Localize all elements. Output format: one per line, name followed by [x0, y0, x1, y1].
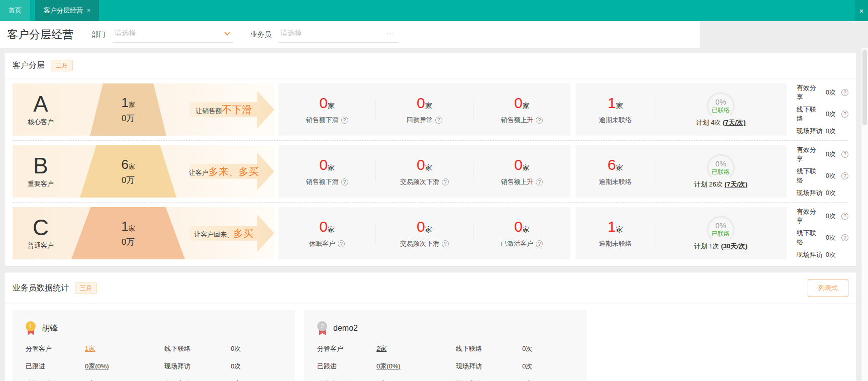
overdue-col: 6家 逾期未联络: [575, 156, 655, 186]
plan-rate[interactable]: (7天/次): [725, 180, 748, 188]
stat-value: 0: [319, 218, 328, 235]
slogan-accent: 不下滑: [222, 104, 252, 115]
dept-select[interactable]: 请选择: [113, 27, 233, 43]
stat-value-link[interactable]: 0家(0%): [376, 362, 456, 371]
salesman-name: 胡锋: [42, 323, 58, 334]
stat-label: 已跟进: [26, 362, 85, 371]
overdue-unit: 家: [616, 102, 623, 110]
help-icon[interactable]: ?: [536, 240, 543, 247]
tier-b-funnel-block: B 重要客户 6家 0万 让客户多来、多买: [13, 145, 274, 198]
plan-text: 计划 4次: [696, 119, 723, 126]
tab-home[interactable]: 首页: [0, 0, 30, 21]
ellipsis-icon: ···: [386, 31, 395, 35]
help-icon[interactable]: ?: [841, 234, 848, 241]
list-view-button[interactable]: 列表式: [808, 279, 848, 297]
stat-col: 0家 销售额上升?: [473, 94, 570, 125]
side-label: 线下联络: [797, 105, 823, 123]
help-icon[interactable]: ?: [341, 117, 348, 124]
stat-label: 分管客户: [26, 344, 85, 353]
side-line: 有效分享0次?: [797, 83, 848, 102]
stat-value-link[interactable]: 2家: [376, 344, 456, 353]
contact-gauge: 0% 已联络: [707, 154, 735, 182]
side-value: 0次: [826, 188, 836, 198]
month-badge: 三月: [75, 282, 97, 294]
side-line: 有效分享0次?: [797, 145, 848, 163]
salesman-card: 2 demo2 分管客户2家 线下联络0次 已跟进0家(0%) 现场拜访0次 逾…: [304, 310, 587, 381]
stat-label: 线下联络: [456, 344, 522, 353]
funnel-count-unit: 家: [129, 225, 135, 232]
funnel-count: 1: [121, 95, 128, 110]
stat-value: 0次: [231, 344, 282, 353]
tier-letter: B: [13, 155, 69, 177]
toolbar-row: 客户分层经营 部门 请选择 业务员 请选择 ···: [0, 21, 868, 48]
funnel-shape: 6家 0万: [80, 145, 176, 198]
window-close-icon[interactable]: ×: [855, 0, 868, 21]
stat-value: 0: [514, 156, 523, 173]
salesman-title: 业务员数据统计: [13, 283, 69, 294]
stat-unit: 家: [328, 163, 335, 171]
stat-label: 现场拜访: [164, 362, 231, 371]
overdue-unit: 家: [616, 225, 623, 233]
funnel-amount: 0万: [122, 236, 135, 248]
help-icon[interactable]: ?: [435, 117, 442, 124]
help-icon[interactable]: ?: [442, 178, 449, 185]
tier-c-stats: 0家 休眠客户? 0家 交易频次下滑? 0家 已激活客户?: [278, 207, 571, 259]
tab-close-icon[interactable]: ×: [87, 7, 90, 14]
card-stats-grid: 分管客户2家 线下联络0次 已跟进0家(0%) 现场拜访0次 逾期未联络1家 浏…: [317, 344, 573, 381]
slogan-accent: 多来、多买: [209, 166, 259, 177]
salesman-select[interactable]: 请选择 ···: [278, 27, 399, 43]
stat-col: 0家 交易频次下滑?: [375, 218, 473, 248]
overdue-col: 1家 逾期未联络: [575, 218, 655, 248]
scrollbar-thumb[interactable]: [862, 50, 867, 125]
funnel-wrap: 1家 0万: [69, 83, 187, 136]
salesman-header: 业务员数据统计 三月 列表式: [5, 272, 856, 304]
help-icon[interactable]: ?: [536, 178, 543, 185]
tab-label: 客户分层经营: [44, 6, 83, 15]
tier-name: 核心客户: [13, 118, 69, 127]
card-stats-grid: 分管客户1家 线下联络0次 已跟进0家(0%) 现场拜访0次 逾期未联络0家 浏…: [26, 344, 282, 381]
stat-value: 0次: [522, 362, 573, 371]
tier-letter: A: [13, 93, 69, 115]
help-icon[interactable]: ?: [442, 240, 449, 247]
help-icon[interactable]: ?: [341, 178, 348, 185]
help-icon[interactable]: ?: [841, 213, 848, 220]
overdue-label: 逾期未联络: [599, 177, 632, 186]
gauge-status: 已联络: [712, 230, 730, 238]
dept-label: 部门: [91, 30, 106, 39]
overdue-value: 1: [608, 94, 616, 111]
plan-rate[interactable]: (30天/次): [721, 242, 747, 250]
gauge-percent: 0%: [715, 159, 726, 168]
stat-value-link[interactable]: 1家: [85, 344, 164, 353]
slogan-arrow: 让客户回来、多买: [187, 207, 274, 259]
salesman-label: 业务员: [250, 30, 271, 39]
plan-rate[interactable]: (7天/次): [723, 119, 746, 126]
vertical-scrollbar[interactable]: [861, 48, 868, 381]
help-icon[interactable]: ?: [536, 117, 543, 124]
stat-label: 休眠客户: [309, 239, 335, 248]
funnel-count-unit: 家: [129, 163, 135, 170]
help-icon[interactable]: ?: [338, 240, 345, 247]
tab-customer-segmentation[interactable]: 客户分层经营 ×: [35, 0, 99, 21]
side-value: 0次: [826, 127, 836, 136]
gauge-col: 0% 已联络 计划 1次 (30天/次): [655, 216, 787, 251]
stat-unit: 家: [425, 163, 432, 171]
stat-label: 分管客户: [317, 344, 376, 353]
stat-value-link[interactable]: 0家(0%): [85, 362, 164, 371]
overdue-value: 1: [608, 218, 616, 235]
card-header: 2 demo2: [317, 321, 573, 335]
help-icon[interactable]: ?: [841, 89, 848, 96]
rank-medal-icon: 1: [26, 321, 36, 335]
row-separator: [13, 140, 848, 141]
help-icon[interactable]: ?: [841, 151, 848, 158]
stat-label: 销售额上升: [501, 177, 533, 186]
help-icon[interactable]: ?: [841, 172, 848, 179]
tier-c-contact-stats: 1家 逾期未联络 0% 已联络 计划 1次 (30天/次): [575, 207, 787, 259]
contact-gauge: 0% 已联络: [707, 92, 735, 120]
stat-col: 0家 回购异常?: [375, 94, 473, 125]
help-icon[interactable]: ?: [841, 111, 848, 118]
overdue-label: 逾期未联络: [599, 239, 632, 248]
tier-c-side-list: 有效分享0次? 线下联络0次? 现场拜访0次: [797, 207, 848, 259]
plan-text: 计划 26次: [694, 180, 725, 188]
chevron-down-icon: [224, 30, 230, 35]
salesman-cards: 1 胡锋 分管客户1家 线下联络0次 已跟进0家(0%) 现场拜访0次 逾期未联…: [5, 304, 856, 381]
